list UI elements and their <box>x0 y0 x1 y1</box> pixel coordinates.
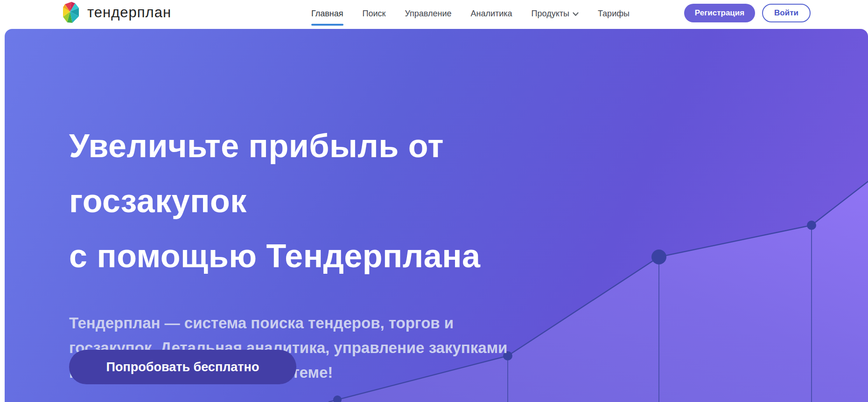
nav-item-glavnaya[interactable]: Главная <box>311 8 343 19</box>
nav-label: Поиск <box>363 9 386 19</box>
nav-item-poisk[interactable]: Поиск <box>363 8 386 19</box>
try-free-button[interactable]: Попробовать бесплатно <box>69 350 296 384</box>
hero-title-line2: с помощью Тендерплана <box>69 229 582 284</box>
register-button[interactable]: Регистрация <box>684 4 755 22</box>
login-button[interactable]: Войти <box>762 4 811 22</box>
main-nav: Главная Поиск Управление Аналитика Проду… <box>311 0 630 26</box>
nav-label: Главная <box>311 9 343 19</box>
logo[interactable]: тендерплан <box>62 1 171 24</box>
nav-item-tarify[interactable]: Тарифы <box>598 8 630 19</box>
nav-item-produkty[interactable]: Продукты <box>532 8 579 19</box>
tenderplan-gem-icon <box>62 1 80 24</box>
nav-label: Продукты <box>532 9 569 19</box>
nav-item-analitika[interactable]: Аналитика <box>470 8 512 19</box>
logo-text: тендерплан <box>87 4 171 21</box>
active-nav-underline <box>311 24 343 26</box>
header: тендерплан Главная Поиск Управление Анал… <box>0 0 868 29</box>
hero-content: Увеличьте прибыль от госзакупок с помощь… <box>69 29 582 385</box>
hero-title-line1: Увеличьте прибыль от госзакупок <box>69 118 582 229</box>
nav-label: Управление <box>405 9 451 19</box>
hero-subtitle-line1: Тендерплан — система поиска тендеров, то… <box>69 311 582 335</box>
header-buttons: Регистрация Войти <box>684 4 811 22</box>
nav-label: Тарифы <box>598 9 630 19</box>
hero-section: Увеличьте прибыль от госзакупок с помощь… <box>5 29 868 402</box>
chevron-down-icon <box>573 12 579 16</box>
hero-title: Увеличьте прибыль от госзакупок с помощь… <box>69 118 582 284</box>
nav-label: Аналитика <box>470 9 512 19</box>
nav-item-upravlenie[interactable]: Управление <box>405 8 451 19</box>
